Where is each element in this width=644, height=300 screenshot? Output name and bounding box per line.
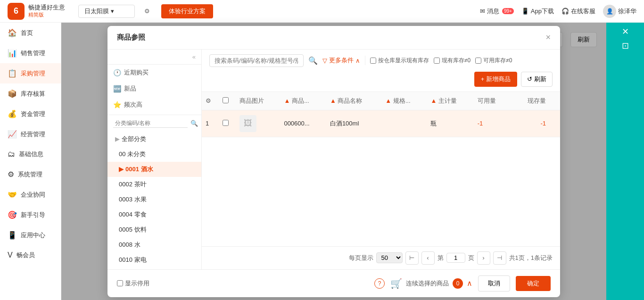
category-search-input[interactable] <box>113 119 188 128</box>
sidebar-item-purchase[interactable]: 📋 采购管理 <box>0 63 61 83</box>
checkbox-current-stock[interactable]: 现有库存≠0 <box>434 57 471 65</box>
sidebar-item-member[interactable]: V 畅会员 <box>0 245 61 265</box>
category-0001[interactable]: ▶ 0001 酒水 <box>107 162 201 177</box>
show-disabled-label[interactable]: 显示停用 <box>117 279 149 288</box>
last-page-button[interactable]: ⊣ <box>493 251 506 265</box>
logo-icon: 6 <box>8 3 25 20</box>
warehouse-stock-checkbox[interactable] <box>370 58 376 64</box>
category-00[interactable]: 00 未分类 <box>107 147 201 162</box>
more-filter-button[interactable]: ▽ 更多条件 ∧ <box>322 56 360 65</box>
product-image-cell: 🖼 <box>236 110 280 137</box>
expand-panel-icon[interactable]: ⊡ <box>622 41 629 51</box>
quick-filter-frequent[interactable]: ⭐ 频次高 <box>107 97 201 113</box>
sidebar-item-home[interactable]: 🏠 首页 <box>0 23 61 43</box>
quick-filter-label: 频次高 <box>124 100 142 109</box>
col-name[interactable]: ▲ 商品名称 <box>326 92 381 110</box>
col-unit[interactable]: ▲ 主计量 <box>427 92 473 110</box>
messages-button[interactable]: ✉ 消息 99+ <box>480 7 514 16</box>
col-code[interactable]: ▲ 商品... <box>280 92 326 110</box>
quick-filter-recent[interactable]: 🕐 近期购买 <box>107 65 201 81</box>
category-0004[interactable]: 0004 零食 <box>107 207 201 222</box>
product-thumbnail: 🖼 <box>239 115 256 132</box>
sidebar-item-label: 系统管理 <box>18 170 42 179</box>
user-profile[interactable]: 👤 徐泽华 <box>603 5 636 18</box>
sidebar-item-label: 新手引导 <box>21 211 45 219</box>
username: 徐泽华 <box>618 7 636 16</box>
help-icon[interactable]: ? <box>374 278 385 289</box>
refresh-icon: ↺ <box>527 75 532 83</box>
cancel-button[interactable]: 取消 <box>478 275 510 292</box>
available-stock-checkbox[interactable] <box>475 58 481 64</box>
sidebar-item-finance[interactable]: 💰 资金管理 <box>0 104 61 124</box>
row-select-checkbox[interactable] <box>223 120 229 126</box>
quick-filter-new[interactable]: 🆕 新品 <box>107 81 201 97</box>
refresh-label: 刷新 <box>534 75 546 83</box>
checkbox-available-stock[interactable]: 可用库存≠0 <box>475 57 512 65</box>
col-settings[interactable]: ⚙ <box>202 92 219 110</box>
store-selector[interactable]: 日太阳膜 ▾ <box>78 5 135 18</box>
col-spec[interactable]: ▲ 规格... <box>381 92 427 110</box>
sidebar-item-label: 畅会员 <box>17 251 35 259</box>
sidebar-item-label: 首页 <box>21 29 33 37</box>
search-icon-btn[interactable]: 🔍 <box>308 56 318 65</box>
close-button[interactable]: × <box>545 33 551 42</box>
collapse-left-icon[interactable]: « <box>192 53 196 60</box>
first-page-button[interactable]: ⊢ <box>405 251 419 265</box>
sidebar-item-cooperation[interactable]: 🤝 企业协同 <box>0 184 61 205</box>
content-area: 查询 设置 刷新 商品参照 × « <box>61 23 606 300</box>
sidebar-item-inventory[interactable]: 📦 库存核算 <box>0 83 61 104</box>
refresh-button[interactable]: ↺ 刷新 <box>521 72 553 87</box>
continuous-select: 🛒 连续选择的商品 0 ∧ <box>390 278 472 289</box>
quick-filter-label: 近期购买 <box>124 68 149 77</box>
online-service-button[interactable]: 🎧 在线客服 <box>561 7 595 16</box>
category-all[interactable]: ▶ 全部分类 <box>107 132 201 147</box>
table-row[interactable]: 1 🖼 000600... 白酒100ml <box>202 110 560 137</box>
current-stock-checkbox[interactable] <box>434 58 440 64</box>
checkbox-warehouse-stock[interactable]: 按仓库显示现有库存 <box>370 57 429 65</box>
col-checkbox[interactable] <box>219 92 236 110</box>
add-product-button[interactable]: + 新增商品 <box>474 72 517 87</box>
toolbar-right: + 新增商品 ↺ 刷新 <box>474 72 553 87</box>
checkbox-label: 可用库存≠0 <box>483 57 512 65</box>
sidebar-item-label: 库存核算 <box>21 90 45 98</box>
sidebar-item-guide[interactable]: 🎯 新手引导 <box>0 205 61 225</box>
messages-label: 消息 <box>487 7 499 16</box>
per-page-select[interactable]: 10 20 50 100 <box>376 252 403 263</box>
select-all-checkbox[interactable] <box>223 97 229 103</box>
show-disabled-checkbox[interactable] <box>117 280 123 286</box>
product-table: ⚙ 商品图片 ▲ 商品... <box>202 92 560 246</box>
sidebar-item-label: 应用中心 <box>21 231 45 240</box>
collapse-icon[interactable]: ∧ <box>467 279 472 288</box>
sidebar-item-operations[interactable]: 📈 经营管理 <box>0 124 61 144</box>
page-input[interactable] <box>446 253 465 263</box>
try-industry-button[interactable]: 体验行业方案 <box>161 4 213 18</box>
row-checkbox[interactable] <box>219 110 236 137</box>
settings-button[interactable]: ⚙ <box>139 3 156 20</box>
sidebar-item-sales[interactable]: 📊 销售管理 <box>0 43 61 63</box>
divider <box>107 115 201 115</box>
search-icon[interactable]: 🔍 <box>190 120 198 127</box>
continuous-label: 连续选择的商品 <box>406 279 449 288</box>
sidebar-item-basic-info[interactable]: 🗂 基础信息 <box>0 144 61 164</box>
category-0008[interactable]: 0008 水 <box>107 237 201 252</box>
recent-icon: 🕐 <box>113 69 121 76</box>
sidebar-item-label: 基础信息 <box>19 150 43 158</box>
confirm-button[interactable]: 确定 <box>516 276 551 291</box>
sidebar-item-app-center[interactable]: 📱 应用中心 <box>0 225 61 245</box>
category-0010[interactable]: 0010 家电 <box>107 252 201 267</box>
app-download-button[interactable]: 📱 App下载 <box>521 7 554 16</box>
category-0005[interactable]: 0005 饮料 <box>107 222 201 237</box>
new-icon: 🆕 <box>113 85 121 92</box>
category-search-box: 🔍 <box>107 117 201 130</box>
page-label: 第 <box>438 254 444 262</box>
sidebar-item-system[interactable]: ⚙ 系统管理 <box>0 164 61 184</box>
prev-page-button[interactable]: ‹ <box>421 251 435 265</box>
product-search-input[interactable] <box>209 54 304 67</box>
close-panel-icon[interactable]: ✕ <box>622 26 629 37</box>
category-0003[interactable]: 0003 水果 <box>107 192 201 207</box>
category-0002[interactable]: 0002 茶叶 <box>107 177 201 192</box>
top-nav: 6 畅捷通好生意 精简版 日太阳膜 ▾ ⚙ 体验行业方案 ✉ 消息 99+ 📱 … <box>0 0 644 23</box>
next-page-button[interactable]: › <box>477 251 490 265</box>
category-label: 0005 饮料 <box>119 225 147 234</box>
sales-icon: 📊 <box>8 49 17 58</box>
